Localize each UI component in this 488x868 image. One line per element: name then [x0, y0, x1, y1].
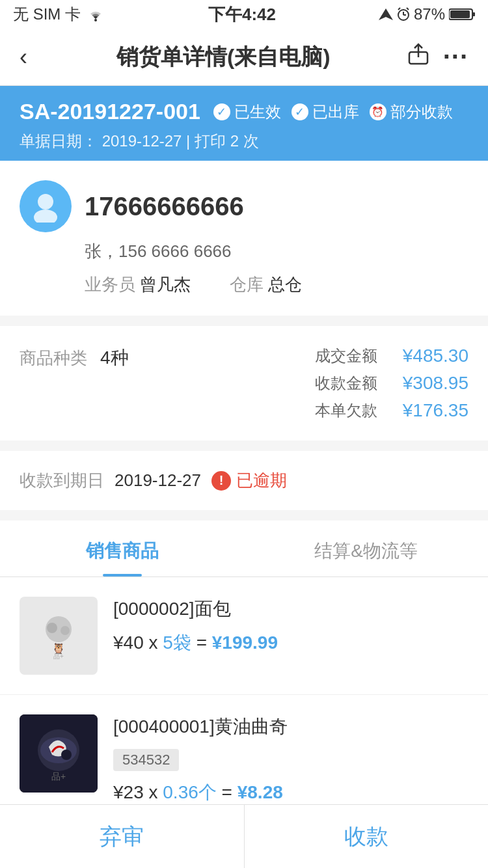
- order-id: SA-20191227-001: [20, 99, 200, 124]
- product-name-2: [000400001]黄油曲奇: [113, 714, 468, 739]
- status-tag-shipped: ✓ 已出库: [291, 102, 359, 122]
- tab-sales-products[interactable]: 销售商品: [0, 521, 244, 576]
- summary-left: 商品种类 4种: [20, 346, 129, 370]
- print-info: | 打印 2 次: [186, 132, 259, 150]
- status-time: 下午4:42: [208, 3, 276, 26]
- battery-icon: [449, 7, 475, 21]
- bottom-bar: 弃审 收款: [0, 804, 488, 868]
- status-tag-effective: ✓ 已生效: [213, 102, 281, 122]
- svg-rect-8: [472, 12, 475, 16]
- product-price-text-2: ¥23 x: [113, 782, 163, 802]
- product-equals-1: =: [191, 632, 212, 653]
- received-row: 收款金额 ¥308.95: [315, 373, 468, 394]
- status-tag-partial: ⏰ 部分收款: [370, 102, 453, 122]
- product-thumb-1: 🦉 品+: [20, 597, 98, 675]
- alarm-icon: [397, 7, 410, 21]
- customer-name: 17666666666: [85, 192, 244, 221]
- product-price-row-1: ¥40 x 5袋 = ¥199.99: [113, 631, 468, 655]
- check-icon-1: ✓: [213, 103, 230, 120]
- overdue-badge: ! 已逾期: [211, 469, 287, 492]
- due-date-section: 收款到期日 2019-12-27 ! 已逾期: [0, 451, 488, 510]
- received-label: 收款金额: [315, 373, 377, 394]
- svg-point-13: [34, 210, 57, 223]
- summary-right: 成交金额 ¥485.30 收款金额 ¥308.95 本单欠款 ¥176.35: [315, 346, 468, 421]
- abandon-button[interactable]: 弃审: [0, 805, 245, 868]
- clock-icon: ⏰: [370, 103, 386, 120]
- warehouse-label: 仓库: [230, 275, 264, 294]
- svg-marker-1: [379, 8, 393, 20]
- status-tags: ✓ 已生效 ✓ 已出库 ⏰ 部分收款: [213, 102, 453, 122]
- product-qty-1: 5袋: [163, 632, 191, 653]
- tabs-row: 销售商品 结算&物流等: [0, 521, 488, 577]
- due-amount-row: 本单欠款 ¥176.35: [315, 400, 468, 421]
- status-bar: 无 SIM 卡 下午4:42 87%: [0, 0, 488, 29]
- received-value: ¥308.95: [390, 373, 468, 394]
- svg-rect-9: [450, 10, 470, 18]
- collect-button[interactable]: 收款: [245, 805, 489, 868]
- wifi-icon: [86, 7, 105, 21]
- status-left: 无 SIM 卡: [13, 4, 105, 25]
- warehouse-value: 总仓: [268, 275, 302, 294]
- doc-date-label: 单据日期：: [20, 132, 98, 150]
- header-banner: SA-20191227-001 ✓ 已生效 ✓ 已出库 ⏰ 部分收款: [0, 86, 488, 161]
- product-list: 🦉 品+ [0000002]面包 ¥40 x 5袋 = ¥199.99 品+: [0, 577, 488, 825]
- svg-point-16: [61, 626, 70, 635]
- product-info-2: [000400001]黄油曲奇 534532 ¥23 x 0.36个 = ¥8.…: [113, 714, 468, 805]
- salesperson-label: 业务员: [85, 275, 135, 294]
- avatar: [20, 180, 72, 232]
- location-icon: [379, 7, 393, 21]
- banner-row2: 单据日期： 2019-12-27 | 打印 2 次: [20, 131, 468, 152]
- battery-text: 87%: [414, 5, 445, 23]
- deal-amount-row: 成交金额 ¥485.30: [315, 346, 468, 366]
- tag-partial-text: 部分收款: [390, 102, 453, 122]
- customer-meta: 业务员 曾凡杰 仓库 总仓: [20, 273, 468, 296]
- svg-point-12: [38, 194, 53, 210]
- customer-sub: 张，156 6666 6666: [20, 240, 468, 263]
- tab-settlement[interactable]: 结算&物流等: [244, 521, 488, 576]
- product-price-text-1: ¥40 x: [113, 632, 163, 653]
- svg-point-22: [61, 750, 72, 760]
- summary-section: 商品种类 4种 成交金额 ¥485.30 收款金额 ¥308.95 本单欠款 ¥…: [0, 326, 488, 441]
- salesperson-meta: 业务员 曾凡杰: [85, 273, 191, 296]
- product-item: 🦉 品+ [0000002]面包 ¥40 x 5袋 = ¥199.99: [0, 577, 488, 695]
- product-equals-2: =: [217, 782, 237, 802]
- svg-text:品+: 品+: [51, 771, 66, 781]
- check-icon-2: ✓: [291, 103, 308, 120]
- deal-amount-label: 成交金额: [315, 346, 377, 366]
- warehouse-meta: 仓库 总仓: [230, 273, 302, 296]
- customer-section: 17666666666 张，156 6666 6666 业务员 曾凡杰 仓库 总…: [0, 161, 488, 316]
- svg-line-5: [398, 8, 400, 10]
- product-price-row-2: ¥23 x 0.36个 = ¥8.28: [113, 780, 468, 805]
- deal-amount-value: ¥485.30: [390, 346, 468, 366]
- product-total-2: ¥8.28: [237, 782, 283, 802]
- carrier-text: 无 SIM 卡: [13, 4, 81, 25]
- banner-row1: SA-20191227-001 ✓ 已生效 ✓ 已出库 ⏰ 部分收款: [20, 99, 468, 124]
- status-right: 87%: [379, 5, 475, 23]
- doc-date-value: 2019-12-27: [102, 132, 182, 150]
- svg-point-15: [47, 623, 57, 633]
- salesperson-value: 曾凡杰: [140, 275, 191, 294]
- product-info-1: [0000002]面包 ¥40 x 5袋 = ¥199.99: [113, 597, 468, 655]
- product-total-1: ¥199.99: [212, 632, 278, 653]
- svg-line-6: [407, 8, 409, 10]
- nav-bar: ‹ 销货单详情(来自电脑) ···: [0, 29, 488, 86]
- product-name-1: [0000002]面包: [113, 597, 468, 621]
- product-badge-2: 534532: [113, 749, 179, 771]
- svg-text:品+: 品+: [53, 653, 64, 660]
- category-label: 商品种类: [20, 347, 87, 370]
- overdue-icon: !: [211, 471, 231, 491]
- more-button[interactable]: ···: [443, 42, 468, 72]
- product-thumb-2: 品+: [20, 714, 98, 793]
- due-amount-value: ¥176.35: [390, 400, 468, 421]
- category-count: 4种: [100, 346, 129, 370]
- due-amount-label: 本单欠款: [315, 400, 377, 421]
- overdue-text: 已逾期: [236, 469, 287, 492]
- tag-effective-text: 已生效: [234, 102, 281, 122]
- share-button[interactable]: [407, 43, 430, 71]
- nav-actions: ···: [407, 42, 468, 72]
- due-date-label: 收款到期日: [20, 469, 104, 492]
- customer-row: 17666666666: [20, 180, 468, 232]
- back-button[interactable]: ‹: [20, 44, 40, 71]
- due-date-value: 2019-12-27: [115, 470, 201, 491]
- svg-point-0: [94, 19, 97, 21]
